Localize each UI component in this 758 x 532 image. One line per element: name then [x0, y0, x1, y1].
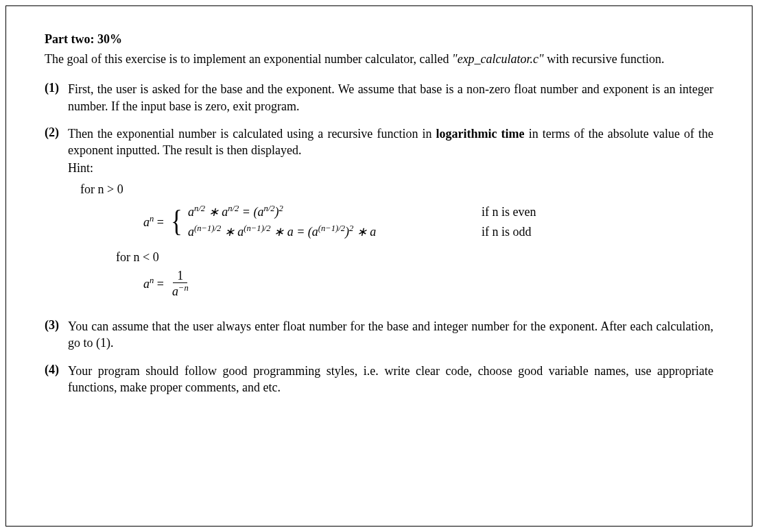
case-odd-cond: if n is odd	[482, 223, 532, 240]
intro-filename: "exp_calculator.c"	[452, 52, 544, 66]
for-n-neg-text: for n < 0	[116, 250, 159, 264]
item-label: (1)	[45, 81, 68, 114]
eq-sign: =	[157, 215, 164, 229]
part-title: Part two: 30%	[45, 32, 713, 47]
a-var: a	[143, 215, 150, 229]
case-odd-expr: a(n−1)/2 ∗ a(n−1)/2 ∗ a = (a(n−1)/2)2 ∗ …	[188, 223, 476, 240]
for-n-negative: for n < 0	[116, 249, 713, 265]
t: (n−1)/2	[244, 223, 270, 233]
t: ∗ a	[205, 205, 228, 219]
item-body: You can assume that the user always ente…	[68, 318, 713, 352]
item-body: First, the user is asked for the base an…	[68, 81, 713, 114]
t: n/2	[228, 204, 239, 213]
an-left: an =	[143, 213, 168, 230]
item-label: (2)	[45, 125, 68, 307]
den-a: a	[172, 285, 178, 298]
fraction-denominator: a−n	[168, 283, 193, 298]
document-page: Part two: 30% The goal of this exercise …	[5, 5, 753, 527]
list-item-2: (2) Then the exponential number is calcu…	[45, 125, 713, 307]
intro-paragraph: The goal of this exercise is to implemen…	[45, 51, 713, 67]
equation-cases: an = { an/2 ∗ an/2 = (an/2)2 if n is eve…	[143, 203, 713, 241]
sup-n: n	[150, 276, 154, 285]
list-item-4: (4) Your program should follow good prog…	[45, 363, 713, 396]
left-brace-icon: {	[171, 206, 182, 237]
t: 2	[279, 204, 283, 213]
sup-n: n	[150, 214, 154, 223]
intro-text-2: with recursive function.	[544, 52, 665, 66]
for-n-pos-text: for n > 0	[80, 182, 123, 196]
case-even: an/2 ∗ an/2 = (an/2)2 if n is even	[188, 203, 536, 220]
list-item-1: (1) First, the user is asked for the bas…	[45, 81, 713, 114]
a-var: a	[143, 277, 150, 291]
t: n/2	[263, 204, 274, 213]
case-even-expr: an/2 ∗ an/2 = (an/2)2	[188, 203, 476, 220]
an-left-2: an =	[143, 275, 168, 292]
t: (n−1)/2	[318, 223, 345, 233]
t: ∗ a	[353, 225, 376, 239]
hint-label: Hint:	[68, 160, 713, 176]
list-item-3: (3) You can assume that the user always …	[45, 318, 713, 352]
case-odd: a(n−1)/2 ∗ a(n−1)/2 ∗ a = (a(n−1)/2)2 ∗ …	[188, 223, 536, 240]
item-label: (4)	[45, 363, 68, 396]
item2-lead: Then the exponential number is calculate…	[68, 127, 436, 141]
t: (n−1)/2	[194, 223, 221, 233]
t: a	[188, 205, 194, 219]
equation-negative: an = 1 a−n	[143, 269, 713, 298]
fraction-numerator: 1	[173, 269, 187, 283]
intro-text-1: The goal of this exercise is to implemen…	[45, 52, 452, 66]
item2-bold: logarithmic time	[436, 127, 525, 141]
case-even-cond: if n is even	[482, 204, 536, 220]
den-sup: −n	[178, 283, 189, 293]
t: ∗ a = (a	[271, 225, 318, 239]
t: n/2	[194, 204, 205, 213]
t: = (a	[239, 205, 263, 219]
fraction: 1 a−n	[168, 269, 193, 298]
item-label: (3)	[45, 318, 68, 352]
cases-container: an/2 ∗ an/2 = (an/2)2 if n is even a(n−1…	[188, 203, 536, 241]
item-body: Then the exponential number is calculate…	[68, 125, 713, 307]
t: a	[188, 225, 194, 239]
eq-sign: =	[157, 277, 164, 291]
t: ∗ a	[221, 225, 244, 239]
for-n-positive: for n > 0	[80, 181, 713, 197]
item-body: Your program should follow good programm…	[68, 363, 713, 396]
